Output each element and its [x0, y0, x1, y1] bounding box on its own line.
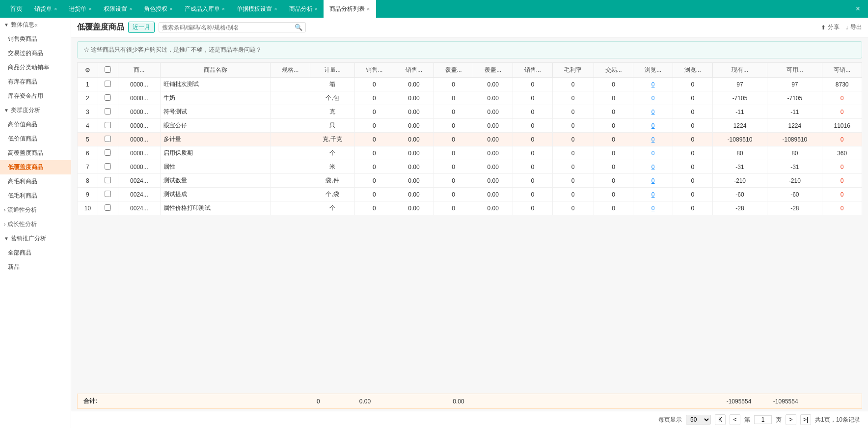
col-browse1[interactable]: 浏览... — [633, 63, 673, 78]
sidebar-item-with-stock[interactable]: 有库存商品 — [0, 75, 71, 89]
sidebar-item-low-margin[interactable]: 低毛利商品 — [0, 189, 71, 203]
nav-home[interactable]: 首页 — [4, 0, 28, 18]
next-page-button[interactable]: > — [786, 414, 796, 425]
nav-template-close[interactable]: × — [274, 6, 277, 12]
row-checkbox[interactable] — [98, 105, 118, 119]
row-browse1[interactable]: 0 — [633, 160, 673, 174]
export-button[interactable]: ↓ 导出 — [845, 23, 862, 31]
nav-analysis[interactable]: 商品分析 × — [283, 0, 324, 18]
table-container[interactable]: ⚙ 商... 商品名称 规格... 计量... 销售... 销售... 覆盖..… — [77, 62, 862, 394]
nav-sales-close[interactable]: × — [54, 6, 57, 12]
nav-sales[interactable]: 销货单 × — [28, 0, 63, 18]
row-checkbox[interactable] — [98, 201, 118, 215]
col-code[interactable]: 商... — [118, 63, 161, 78]
sidebar-item-category-rate[interactable]: 商品分类动销率 — [0, 60, 71, 75]
window-close-button[interactable]: × — [852, 4, 864, 13]
row-checkbox[interactable] — [98, 78, 118, 91]
row-no: 4 — [78, 119, 98, 133]
row-browse1[interactable]: 0 — [633, 174, 673, 188]
sidebar-section-marketing[interactable]: ▼ 营销推广分析 — [0, 231, 71, 246]
col-trade[interactable]: 交易... — [594, 63, 633, 78]
row-browse1[interactable]: 0 — [633, 201, 673, 215]
row-browse1[interactable]: 0 — [633, 105, 673, 119]
col-margin[interactable]: 毛利率 — [552, 63, 594, 78]
col-sales-amt[interactable]: 销售... — [394, 63, 434, 78]
sidebar-section-overall[interactable]: ▼ 整体信息 « — [0, 18, 71, 32]
nav-analysis-list-close[interactable]: × — [367, 6, 370, 12]
row-name: 属性 — [160, 160, 271, 174]
nav-roles[interactable]: 角色授权 × — [138, 0, 178, 18]
nav-analysis-close[interactable]: × — [315, 6, 318, 12]
row-checkbox[interactable] — [98, 133, 118, 146]
row-browse1[interactable]: 0 — [633, 146, 673, 160]
row-trade: 0 — [594, 188, 633, 201]
row-browse1[interactable]: 0 — [633, 91, 673, 105]
sidebar-item-sales-goods[interactable]: 销售类商品 — [0, 32, 71, 46]
sidebar-item-low-value[interactable]: 低价值商品 — [0, 132, 71, 146]
prev-page-button[interactable]: < — [730, 414, 740, 425]
row-checkbox[interactable] — [98, 160, 118, 174]
row-sales3: 0 — [513, 78, 552, 91]
first-page-button[interactable]: K — [715, 414, 726, 425]
col-settings[interactable]: ⚙ — [78, 63, 98, 78]
sidebar-section-flow[interactable]: › 流通性分析 — [0, 203, 71, 217]
sidebar-item-new-goods[interactable]: 新品 — [0, 260, 71, 274]
sidebar-item-low-coverage[interactable]: 低覆盖度商品 — [0, 160, 71, 174]
row-name: 牛奶 — [160, 91, 271, 105]
page-number-input[interactable] — [754, 415, 772, 424]
sidebar-item-high-value[interactable]: 高价值商品 — [0, 117, 71, 132]
col-spec[interactable]: 规格... — [271, 63, 310, 78]
col-checkbox[interactable] — [98, 63, 118, 78]
col-coverage2[interactable]: 覆盖... — [473, 63, 513, 78]
sidebar-collapse-btn[interactable]: « — [34, 22, 38, 29]
sidebar-item-traded-goods[interactable]: 交易过的商品 — [0, 46, 71, 60]
col-sales-qty[interactable]: 销售... — [354, 63, 394, 78]
col-available-stock[interactable]: 可用... — [767, 63, 822, 78]
row-spec — [271, 201, 310, 215]
nav-purchase-close[interactable]: × — [88, 6, 91, 12]
row-checkbox[interactable] — [98, 91, 118, 105]
row-cov2: 0.00 — [473, 78, 513, 91]
nav-roles-close[interactable]: × — [169, 6, 172, 12]
row-checkbox[interactable] — [98, 119, 118, 133]
sidebar-item-stock-fund[interactable]: 库存资金占用 — [0, 89, 71, 103]
col-sales3[interactable]: 销售... — [513, 63, 552, 78]
nav-perms-close[interactable]: × — [129, 6, 132, 12]
sidebar-section-cluster[interactable]: ▼ 类群度分析 — [0, 103, 71, 117]
sidebar-section-growth[interactable]: › 成长性分析 — [0, 217, 71, 231]
select-all-checkbox[interactable] — [105, 66, 111, 73]
sidebar-item-high-margin[interactable]: 高毛利商品 — [0, 174, 71, 189]
col-coverage1[interactable]: 覆盖... — [434, 63, 473, 78]
per-page-select[interactable]: 50 20 100 — [686, 415, 711, 425]
col-browse2[interactable]: 浏览... — [673, 63, 712, 78]
collapse-arrow-growth: › — [4, 222, 5, 227]
sidebar-item-high-coverage[interactable]: 高覆盖度商品 — [0, 146, 71, 160]
sidebar-item-all-goods[interactable]: 全部商品 — [0, 246, 71, 260]
row-checkbox[interactable] — [98, 174, 118, 188]
nav-template[interactable]: 单据模板设置 × — [231, 0, 283, 18]
row-cov1: 0 — [434, 146, 473, 160]
filter-recent-month-button[interactable]: 近一月 — [128, 22, 155, 33]
share-button[interactable]: ⬆ 分享 — [821, 23, 840, 31]
col-sellable[interactable]: 可销... — [822, 63, 862, 78]
row-checkbox[interactable] — [98, 146, 118, 160]
nav-perms[interactable]: 权限设置 × — [98, 0, 138, 18]
nav-stock-in[interactable]: 产成品入库单 × — [179, 0, 231, 18]
nav-purchase[interactable]: 进货单 × — [63, 0, 97, 18]
row-browse1[interactable]: 0 — [633, 119, 673, 133]
search-input[interactable] — [162, 24, 295, 31]
row-current: -7105 — [712, 91, 767, 105]
row-browse1[interactable]: 0 — [633, 188, 673, 201]
last-page-button[interactable]: >| — [800, 414, 811, 425]
nav-analysis-list[interactable]: 商品分析列表 × — [324, 0, 376, 18]
row-code: 0024... — [118, 174, 161, 188]
row-browse1[interactable]: 0 — [633, 133, 673, 146]
row-browse2: 0 — [673, 146, 712, 160]
col-name[interactable]: 商品名称 — [160, 63, 271, 78]
row-browse1[interactable]: 0 — [633, 78, 673, 91]
nav-stock-in-close[interactable]: × — [222, 6, 225, 12]
col-unit[interactable]: 计量... — [310, 63, 355, 78]
row-checkbox[interactable] — [98, 188, 118, 201]
col-current-stock[interactable]: 现有... — [712, 63, 767, 78]
table-row: 40000...眼宝公仔只00.0000.0000000122412241101… — [78, 119, 862, 133]
